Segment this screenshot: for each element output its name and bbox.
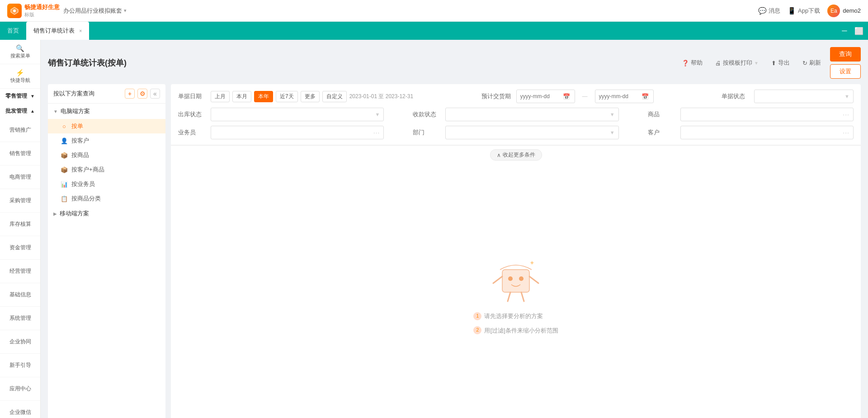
- dropdown-icon[interactable]: ▾: [124, 8, 127, 14]
- date-btn-custom[interactable]: 自定义: [322, 91, 347, 102]
- sidebar-basic-label: 基础信息: [9, 291, 31, 299]
- svg-line-4: [493, 276, 502, 283]
- date-btn-this-month[interactable]: 本月: [232, 91, 251, 102]
- date-separator: —: [580, 93, 590, 100]
- tab-maximize-icon[interactable]: ⬜: [854, 25, 864, 36]
- expected-date-end-input[interactable]: [599, 93, 640, 100]
- sidebar-item-operations[interactable]: 经营管理: [0, 260, 40, 283]
- tab-minimize-icon[interactable]: ─: [839, 25, 850, 36]
- sidebar-item-appcenter[interactable]: 应用中心: [0, 377, 40, 401]
- department-select[interactable]: ▼: [445, 126, 618, 139]
- order-status-select[interactable]: ▼: [754, 90, 854, 103]
- pc-group-header[interactable]: ▼ 电脑端方案: [48, 104, 165, 119]
- two-panel: 按以下方案查询 + ⚙ « ▼ 电脑端方案 ○: [48, 84, 861, 418]
- scheme-by-customer-product-label: 按客户+商品: [71, 166, 104, 174]
- sidebar-item-system[interactable]: 系统管理: [0, 307, 40, 330]
- pc-group-arrow: ▼: [53, 109, 58, 114]
- svg-line-6: [508, 292, 510, 301]
- sidebar-shortcut-label: 快捷导航: [10, 77, 30, 84]
- logo-icon: [7, 4, 22, 18]
- left-panel-title: 按以下方案查询: [53, 90, 94, 98]
- svg-text:✦: ✦: [529, 259, 535, 266]
- sidebar-item-retail[interactable]: 零售管理 ▼: [0, 89, 40, 104]
- scheme-by-product[interactable]: 📦 按商品: [48, 148, 165, 162]
- collapse-bar[interactable]: ∧ 收起更多条件: [171, 145, 861, 164]
- sidebar-item-basic[interactable]: 基础信息: [0, 283, 40, 307]
- sidebar-item-inventory[interactable]: 库存核算: [0, 213, 40, 236]
- settings-scheme-btn[interactable]: ⚙: [137, 89, 147, 99]
- sidebar-operations-label: 经营管理: [9, 267, 31, 275]
- scheme-by-order-label: 按单: [71, 122, 83, 130]
- add-scheme-btn[interactable]: +: [125, 89, 135, 99]
- sidebar-item-sales[interactable]: 销售管理: [0, 142, 40, 166]
- sidebar-item-wholesale[interactable]: 批发管理 ▲: [0, 104, 40, 119]
- customer-dots-icon[interactable]: ···: [843, 129, 849, 136]
- delivery-status-label: 出库状态: [178, 110, 205, 119]
- salesperson-dots-icon[interactable]: ···: [373, 129, 380, 136]
- date-btn-this-year[interactable]: 本年: [254, 91, 273, 102]
- date-btn-last-7[interactable]: 近7天: [276, 91, 298, 102]
- scheme-by-customer[interactable]: 👤 按客户: [48, 133, 165, 148]
- scheme-by-customer-product[interactable]: 📦 按客户+商品: [48, 162, 165, 177]
- export-btn[interactable]: ⬆ 导出: [768, 57, 793, 69]
- user-area[interactable]: Ea demo2: [827, 5, 861, 17]
- payment-status-select[interactable]: ▼: [445, 108, 618, 121]
- payment-status-label: 收款状态: [413, 110, 440, 119]
- date-label: 单据日期: [178, 92, 205, 100]
- printer-icon: 🖨: [715, 60, 721, 66]
- product-dots-icon[interactable]: ···: [843, 111, 849, 118]
- refresh-label: 刷新: [809, 59, 821, 67]
- expected-date-start[interactable]: 📅: [516, 90, 575, 103]
- by-order-icon: ○: [61, 123, 68, 130]
- sidebar-item-enterprise[interactable]: 企业协同: [0, 330, 40, 354]
- date-btn-last-month[interactable]: 上月: [211, 91, 230, 102]
- tab-close-icon[interactable]: ×: [79, 28, 82, 33]
- scheme-by-order[interactable]: ○ 按单: [48, 119, 165, 133]
- delivery-status-select[interactable]: ▼: [211, 108, 384, 121]
- salesperson-select[interactable]: ···: [211, 126, 384, 139]
- scheme-by-product-category[interactable]: 📋 按商品分类: [48, 191, 165, 206]
- department-arrow: ▼: [610, 130, 615, 135]
- sidebar-item-search[interactable]: 🔍 搜索菜单: [0, 40, 40, 64]
- expected-date-end[interactable]: 📅: [595, 90, 654, 103]
- query-button[interactable]: 查询: [830, 47, 861, 62]
- empty-illustration: ✦: [489, 249, 543, 304]
- mobile-group-header[interactable]: ▶ 移动端方案: [48, 206, 165, 221]
- empty-step-2: 2 用[过滤]条件来缩小分析范围: [473, 325, 558, 336]
- settings-button[interactable]: 设置: [830, 64, 861, 79]
- order-status-arrow: ▼: [844, 94, 849, 99]
- delivery-status-arrow: ▼: [375, 112, 380, 117]
- sidebar-wholesale-label: 批发管理: [5, 107, 27, 115]
- collapse-panel-btn[interactable]: «: [150, 89, 160, 99]
- sidebar-item-newbie[interactable]: 新手引导: [0, 354, 40, 377]
- sidebar-item-marketing[interactable]: 营销推广: [0, 119, 40, 142]
- sidebar-purchase-label: 采购管理: [9, 197, 31, 204]
- tab-active[interactable]: 销售订单统计表 ×: [26, 22, 89, 40]
- sidebar-newbie-label: 新手引导: [9, 361, 31, 369]
- help-btn[interactable]: ❓ 帮助: [678, 57, 706, 69]
- sidebar-item-ecommerce[interactable]: 电商管理: [0, 166, 40, 189]
- sidebar-item-corpwx[interactable]: 企业微信: [0, 401, 40, 418]
- export-label: 导出: [778, 59, 790, 67]
- product-select[interactable]: ···: [680, 108, 854, 121]
- sidebar-corpwx-label: 企业微信: [9, 408, 31, 416]
- customer-select[interactable]: ···: [680, 126, 854, 139]
- sidebar-item-purchase[interactable]: 采购管理: [0, 189, 40, 213]
- sidebar-item-finance[interactable]: 资金管理: [0, 236, 40, 260]
- scheme-by-salesperson[interactable]: 📊 按业务员: [48, 177, 165, 191]
- main-layout: 🔍 搜索菜单 ⚡ 快捷导航 零售管理 ▼ 批发管理 ▲ 营销推广 销售管理 电商…: [0, 40, 868, 418]
- app-subtitle: 标版: [24, 11, 60, 18]
- tab-home[interactable]: 首页: [0, 22, 26, 40]
- sidebar-marketing-label: 营销推广: [9, 126, 31, 134]
- app-download-btn[interactable]: 📱 App下载: [788, 7, 820, 15]
- by-customer-product-icon: 📦: [61, 166, 68, 173]
- expected-date-start-input[interactable]: [520, 93, 561, 100]
- sidebar-item-shortcut[interactable]: ⚡ 快捷导航: [0, 64, 40, 89]
- message-btn[interactable]: 💬 消息: [758, 7, 780, 15]
- date-btn-more[interactable]: 更多: [301, 91, 320, 102]
- template-print-btn[interactable]: 🖨 按模板打印 ▼: [712, 57, 762, 69]
- refresh-btn[interactable]: ↻ 刷新: [799, 57, 825, 69]
- message-icon: 💬: [758, 7, 767, 15]
- app-title-area[interactable]: 办公用品行业模拟账套 ▾: [63, 7, 127, 15]
- collapse-btn[interactable]: ∧ 收起更多条件: [490, 149, 542, 161]
